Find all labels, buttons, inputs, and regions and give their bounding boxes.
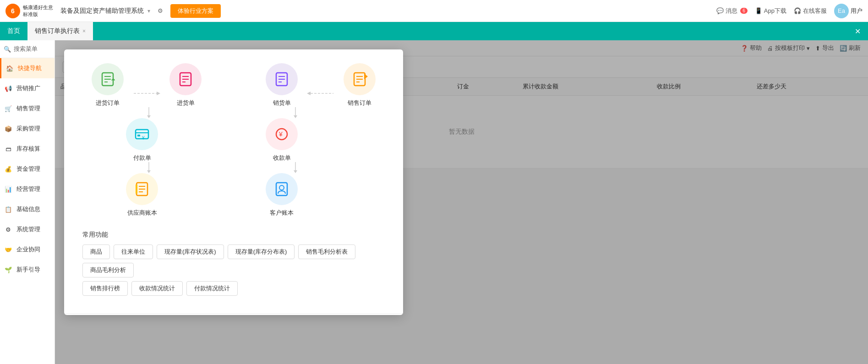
payment-bill-label: 付款单 — [133, 154, 151, 162]
home-icon: 🏠 — [5, 64, 14, 73]
online-service-button[interactable]: 🎧 在线客服 — [794, 7, 827, 15]
arrow-purchase-to-bill — [133, 90, 160, 97]
cf-btn-current-stock-dist[interactable]: 现存量(库存分布表) — [228, 244, 295, 259]
search-menu-button[interactable]: 🔍 搜索菜单 — [0, 40, 55, 58]
headset-icon: 🎧 — [794, 7, 801, 14]
flow-node-sales-order[interactable]: 销售订单 — [344, 63, 376, 107]
cf-btn-product[interactable]: 商品 — [82, 244, 110, 259]
purchase-icon: 📦 — [4, 124, 13, 133]
app-download-button[interactable]: 📱 App下载 — [755, 7, 786, 15]
user-name: 用户 — [851, 7, 863, 15]
flow-node-purchase-bill[interactable]: 进货单 — [169, 63, 202, 107]
cf-btn-counterpart[interactable]: 往来单位 — [114, 244, 153, 259]
header-right: 💬 消息 6 📱 App下载 🎧 在线客服 Ea 用户 — [716, 4, 863, 18]
message-button[interactable]: 💬 消息 6 — [716, 7, 748, 15]
cf-buttons-row1: 商品 往来单位 现存量(库存状况表) 现存量(库存分布表) 销售毛利分析表 商品… — [82, 244, 385, 277]
cf-btn-sales-ranking[interactable]: 销售排行榜 — [82, 281, 128, 296]
svg-point-40 — [279, 185, 284, 190]
sidebar-item-finance[interactable]: 💰 资金管理 — [0, 159, 55, 179]
sales-bill-label: 销货单 — [273, 99, 291, 107]
flow-diagram: 进货订单 进货单 — [82, 63, 385, 226]
sales-icon: 🛒 — [4, 104, 13, 113]
sidebar-item-marketing[interactable]: 📢 营销推广 — [0, 78, 55, 98]
modal-overlay: 进货订单 进货单 — [55, 40, 868, 364]
sidebar-item-basic-info[interactable]: 📋 基础信息 — [0, 199, 55, 219]
tab-bar-right: ✕ — [855, 27, 868, 36]
flow-node-payment-bill[interactable]: ¥ 付款单 — [126, 118, 158, 162]
trial-button[interactable]: 体验行业方案 — [170, 4, 221, 18]
sales-bill-icon — [266, 63, 298, 95]
cf-btn-sales-gross-analysis[interactable]: 销售毛利分析表 — [298, 244, 355, 259]
arrow-sales-order-to-bill — [307, 90, 334, 97]
mobile-icon: 📱 — [755, 7, 762, 14]
basicinfo-icon: 📋 — [4, 205, 13, 214]
receipt-bill-icon: ¥ — [266, 118, 298, 150]
sidebar-item-newbie[interactable]: 🌱 新手引导 — [0, 260, 55, 280]
arrow-down-purchase — [133, 107, 165, 118]
supplier-ledger-icon — [126, 173, 158, 205]
svg-text:¥: ¥ — [278, 130, 283, 138]
flow-row-4 — [82, 162, 385, 173]
flow-row-3: ¥ 付款单 ¥ 收款单 — [82, 118, 385, 162]
tab-home[interactable]: 首页 — [0, 22, 27, 40]
logo-area: 6 畅康通好生意 标准版 — [5, 4, 60, 18]
logo-icon: 6 — [5, 4, 20, 18]
user-area[interactable]: Ea 用户 — [834, 4, 863, 18]
flow-node-receipt-bill[interactable]: ¥ 收款单 — [266, 118, 298, 162]
supplier-ledger-label: 供应商账本 — [127, 209, 157, 217]
settings-icon[interactable]: ⚙ — [154, 5, 167, 17]
payment-bill-icon: ¥ — [126, 118, 158, 150]
flow-row-1: 进货订单 进货单 — [82, 63, 385, 107]
flow-node-supplier-ledger[interactable]: 供应商账本 — [126, 173, 158, 217]
enterprise-icon: 🤝 — [4, 245, 13, 254]
message-icon: 💬 — [716, 7, 724, 14]
cf-btn-receipt-stats[interactable]: 收款情况统计 — [131, 281, 183, 296]
cf-btn-product-gross-analysis[interactable]: 商品毛利分析 — [82, 263, 134, 277]
cf-btn-current-stock-status[interactable]: 现存量(库存状况表) — [157, 244, 224, 259]
main-layout: 🔍 搜索菜单 🏠 快捷导航 📢 营销推广 🛒 销售管理 📦 采购管理 🗃 库存核… — [0, 40, 868, 364]
nav-tabs: 首页 销售订单执行表 × ✕ — [0, 22, 868, 40]
dropdown-arrow-icon[interactable]: ▾ — [147, 8, 150, 14]
receipt-bill-label: 收款单 — [273, 154, 291, 162]
window-close-icon[interactable]: ✕ — [855, 27, 861, 35]
sidebar-item-enterprise[interactable]: 🤝 企业协同 — [0, 239, 55, 260]
flow-node-customer-ledger[interactable]: 客户账本 — [266, 173, 298, 217]
modal-scrollbar: ◀ ▶ — [64, 313, 403, 315]
sidebar-item-sales[interactable]: 🛒 销售管理 — [0, 98, 55, 119]
cf-buttons-row2: 销售排行榜 收款情况统计 付款情况统计 — [82, 281, 385, 296]
arrow-down-sales — [279, 107, 311, 118]
flow-node-sales-bill[interactable]: 销货单 — [266, 63, 298, 107]
newbie-icon: 🌱 — [4, 265, 13, 274]
user-avatar: Ea — [834, 4, 849, 18]
sidebar-item-quick-nav[interactable]: 🏠 快捷导航 — [0, 58, 55, 78]
message-badge: 6 — [740, 8, 748, 14]
flow-node-purchase-order[interactable]: 进货订单 — [92, 63, 124, 107]
common-functions-title: 常用功能 — [82, 231, 385, 239]
sidebar-item-inventory[interactable]: 🗃 库存核算 — [0, 139, 55, 159]
tab-close-icon[interactable]: × — [82, 28, 86, 34]
flow-modal: 进货订单 进货单 — [64, 49, 403, 315]
sidebar-item-operations[interactable]: 📊 经营管理 — [0, 179, 55, 199]
sidebar-item-system[interactable]: ⚙ 系统管理 — [0, 219, 55, 239]
sales-order-label: 销售订单 — [348, 99, 371, 107]
cf-btn-payment-stats[interactable]: 付款情况统计 — [186, 281, 238, 296]
modal-content: 进货订单 进货单 — [64, 49, 403, 313]
flow-row-2 — [82, 107, 385, 118]
inventory-icon: 🗃 — [4, 144, 13, 153]
sidebar-item-purchase[interactable]: 📦 采购管理 — [0, 119, 55, 139]
svg-marker-5 — [157, 92, 160, 95]
svg-text:¥: ¥ — [142, 136, 145, 141]
operations-icon: 📊 — [4, 185, 13, 194]
svg-rect-26 — [137, 135, 140, 136]
customer-ledger-icon — [266, 173, 298, 205]
system-title: 装备及固定资产辅助管理系统 — [60, 7, 144, 15]
system-title-area: 装备及固定资产辅助管理系统 ▾ ⚙ 体验行业方案 — [60, 4, 716, 18]
customer-ledger-label: 客户账本 — [270, 209, 294, 217]
system-icon: ⚙ — [4, 225, 13, 234]
common-functions-section: 常用功能 商品 往来单位 现存量(库存状况表) 现存量(库存分布表) 销售毛利分… — [82, 231, 385, 296]
tab-sales-order-execution[interactable]: 销售订单执行表 × — [27, 22, 93, 40]
arrow-down-receipt — [279, 162, 311, 173]
purchase-bill-label: 进货单 — [177, 99, 195, 107]
svg-rect-38 — [136, 185, 137, 194]
arrow-down-payment — [133, 162, 165, 173]
